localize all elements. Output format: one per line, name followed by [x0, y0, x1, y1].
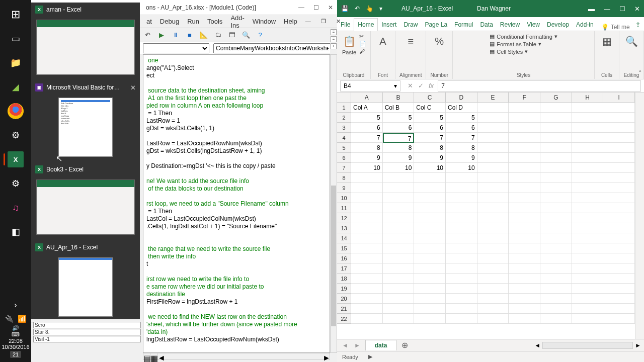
cell[interactable]: 10 — [351, 163, 383, 173]
cell[interactable] — [383, 294, 415, 304]
cell[interactable] — [572, 253, 604, 263]
minimize-icon[interactable]: — — [604, 5, 610, 13]
cell[interactable] — [603, 263, 635, 274]
cell[interactable] — [446, 173, 477, 183]
object-browser-icon[interactable]: 🔍 — [242, 31, 251, 40]
cell[interactable] — [477, 203, 509, 213]
row-header[interactable]: 12 — [337, 213, 351, 223]
cell[interactable] — [351, 243, 383, 253]
cell[interactable] — [603, 243, 635, 253]
view-full-icon[interactable]: ▤ — [143, 353, 150, 359]
row-header[interactable]: 4 — [337, 133, 351, 143]
cell[interactable] — [540, 173, 572, 183]
cell[interactable] — [509, 243, 540, 253]
cell[interactable] — [383, 253, 415, 263]
column-header[interactable]: H — [572, 93, 604, 103]
cell[interactable] — [603, 294, 635, 304]
cell[interactable] — [540, 284, 572, 294]
cell[interactable]: 5 — [414, 113, 446, 123]
preview-thumbnail[interactable] — [36, 20, 135, 75]
menu-addins[interactable]: Add-Ins — [227, 13, 248, 30]
chrome-icon[interactable] — [8, 103, 24, 119]
cell[interactable] — [572, 274, 604, 284]
cell[interactable]: 9 — [414, 153, 446, 163]
cell[interactable] — [477, 223, 509, 233]
cell[interactable] — [572, 304, 604, 314]
cell[interactable] — [477, 304, 509, 314]
save-icon[interactable]: 💾 — [341, 5, 349, 12]
prop-row[interactable]: Scro — [33, 322, 141, 328]
preview-thumbnail[interactable] — [58, 257, 113, 317]
cell[interactable] — [477, 263, 509, 274]
undo-icon[interactable]: ↶ — [355, 5, 360, 12]
cell[interactable] — [572, 223, 604, 233]
cell[interactable] — [383, 213, 415, 223]
cell[interactable] — [572, 133, 604, 143]
cell[interactable] — [446, 233, 477, 243]
cell[interactable] — [572, 233, 604, 243]
cell[interactable] — [509, 193, 540, 203]
keyboard-icon[interactable]: ⌨ — [12, 331, 20, 338]
cell[interactable]: 8 — [383, 143, 415, 153]
cell[interactable] — [477, 284, 509, 294]
tab-home[interactable]: Home — [354, 18, 378, 31]
cell[interactable] — [383, 203, 415, 213]
cell[interactable] — [509, 113, 540, 123]
cells-icon[interactable]: ▦ — [599, 33, 615, 49]
cell[interactable] — [446, 213, 477, 223]
cell[interactable] — [540, 143, 572, 153]
cell[interactable] — [477, 153, 509, 163]
cell[interactable] — [477, 193, 509, 203]
cell[interactable] — [540, 203, 572, 213]
tab-view[interactable]: View — [523, 19, 543, 31]
maximize-icon[interactable]: ☐ — [313, 4, 319, 11]
cell[interactable] — [414, 173, 446, 183]
project-icon[interactable]: 🗂 — [213, 31, 222, 40]
cell[interactable]: 6 — [351, 123, 383, 133]
menu-help[interactable]: Help — [280, 17, 301, 26]
app-icon-2[interactable]: ◧ — [8, 224, 24, 240]
cell[interactable] — [540, 123, 572, 133]
cell[interactable] — [351, 193, 383, 203]
sheet-nav-next-icon[interactable]: ► — [354, 342, 360, 349]
cell[interactable] — [572, 263, 604, 274]
cell[interactable] — [603, 173, 635, 183]
cell[interactable] — [477, 133, 509, 143]
clock-date[interactable]: 10/30/2016 — [2, 344, 29, 350]
cell[interactable]: Col C — [414, 103, 446, 113]
close-icon[interactable]: ✕ — [634, 5, 640, 13]
cell[interactable] — [509, 263, 540, 274]
mdi-close-icon[interactable]: ✕ — [333, 17, 344, 26]
column-header[interactable]: F — [509, 93, 540, 103]
row-header[interactable]: 18 — [337, 274, 351, 284]
cell[interactable] — [477, 233, 509, 243]
row-header[interactable]: 20 — [337, 294, 351, 304]
cell[interactable] — [572, 113, 604, 123]
cell[interactable] — [446, 243, 477, 253]
row-header[interactable]: 3 — [337, 123, 351, 133]
tab-insert[interactable]: Insert — [378, 19, 400, 31]
cell[interactable] — [509, 143, 540, 153]
cell[interactable] — [603, 103, 635, 113]
outdent-icon[interactable]: ≡ — [331, 36, 337, 42]
cell[interactable] — [572, 103, 604, 113]
scroll-right-icon[interactable]: ► — [323, 353, 330, 359]
cell[interactable]: 5 — [383, 113, 415, 123]
cells-area[interactable]: Col ACol BCol CCol D55556666777788889999… — [351, 103, 635, 339]
cell[interactable] — [383, 173, 415, 183]
column-header[interactable]: G — [540, 93, 572, 103]
menu-run[interactable]: Run — [184, 17, 203, 26]
cell[interactable] — [540, 103, 572, 113]
cell[interactable] — [540, 223, 572, 233]
cell[interactable]: 10 — [383, 163, 415, 173]
cell[interactable] — [351, 263, 383, 274]
cell[interactable] — [603, 284, 635, 294]
cell[interactable]: 7 — [414, 133, 446, 143]
cell[interactable] — [509, 103, 540, 113]
design-icon[interactable]: 📐 — [199, 31, 208, 40]
cell[interactable] — [351, 274, 383, 284]
cell[interactable] — [414, 183, 446, 193]
preview-item-book3[interactable]: X Book3 - Excel — [31, 162, 140, 240]
cell[interactable] — [477, 123, 509, 133]
cell[interactable] — [414, 203, 446, 213]
